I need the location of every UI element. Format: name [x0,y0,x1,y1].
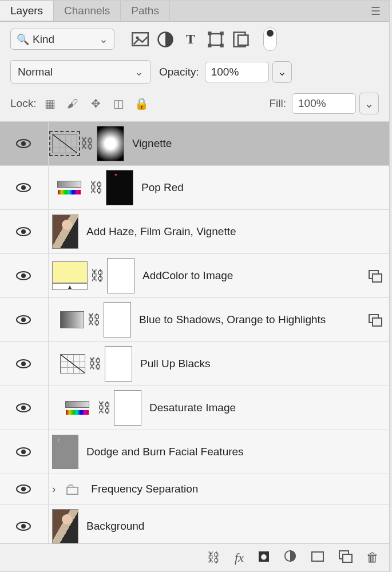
layer-mask-thumb[interactable] [105,346,132,382]
layer-group-row[interactable]: › 🗀 Frequency Separation [0,474,389,505]
layer-name[interactable]: Pull Up Blacks [140,357,381,370]
link-icon[interactable]: ⛓ [89,180,104,196]
layer-row[interactable]: ⛓ Blue to Shadows, Orange to Highlights [0,298,389,342]
layer-thumb[interactable] [52,214,78,249]
blend-mode-select[interactable]: Normal ⌄ [10,60,151,84]
layer-row[interactable]: ⛓ ▾ Pop Red [0,166,389,210]
fill-label: Fill: [269,97,286,110]
fill-dropdown[interactable]: ⌄ [359,93,379,114]
layer-name[interactable]: Dodge and Burn Facial Features [86,446,381,458]
fx-icon[interactable]: fx [235,550,244,565]
adjustment-thumb-solidcolor[interactable] [52,261,88,290]
layer-row[interactable]: ⛓ AddColor to Image [0,254,389,298]
visibility-eye-icon[interactable] [15,138,33,149]
visibility-eye-icon[interactable] [15,270,33,281]
layers-list: ⛓ Vignette ⛓ ▾ Pop Red Add Haze, Film Gr… [0,121,389,543]
filter-kind-select[interactable]: 🔍 Kind ⌄ [10,29,114,50]
layer-thumb[interactable] [52,509,78,543]
svg-point-21 [21,362,26,366]
svg-point-27 [21,487,26,491]
adjustment-thumb-hue[interactable] [60,391,94,425]
filter-type-icon[interactable]: T [182,32,199,47]
expand-chevron-icon[interactable]: › [52,483,56,495]
layer-name[interactable]: Blue to Shadows, Orange to Highlights [139,313,369,326]
visibility-eye-icon[interactable] [15,446,33,458]
layer-mask-thumb[interactable] [104,302,131,337]
filter-adjustment-icon[interactable] [157,32,174,47]
svg-point-13 [21,185,26,190]
lock-paint-icon[interactable]: 🖌 [65,97,81,110]
new-group-icon[interactable] [311,550,324,565]
link-icon[interactable]: ⛓ [90,268,105,284]
fill-input[interactable]: 100% [292,93,356,114]
search-icon: 🔍 [17,33,29,46]
adjustment-thumb-hue[interactable] [52,170,86,205]
layer-name[interactable]: Add Haze, Film Grain, Vignette [86,225,381,238]
layer-mask-thumb[interactable]: ▾ [106,170,133,205]
link-icon[interactable]: ⛓ [88,356,102,372]
svg-rect-7 [220,43,224,47]
visibility-eye-icon[interactable] [15,358,33,370]
fill-value: 100% [298,97,326,110]
svg-point-11 [21,141,26,146]
new-adjustment-icon[interactable] [284,550,296,566]
visibility-eye-icon[interactable] [15,314,33,325]
filter-pixel-icon[interactable] [132,32,149,47]
link-icon[interactable]: ⛓ [80,136,94,152]
visibility-eye-icon[interactable] [15,226,33,237]
layer-mask-thumb[interactable] [114,390,141,426]
add-mask-icon[interactable]: ● [259,550,269,565]
lock-transparency-icon[interactable]: ▦ [42,97,58,110]
panel-menu-icon[interactable]: ☰ [363,5,389,18]
link-layers-icon[interactable]: ⛓ [207,550,220,565]
layer-row[interactable]: Add Haze, Film Grain, Vignette [0,210,389,254]
layer-row[interactable]: ⛓ Vignette [0,122,389,166]
svg-point-19 [21,317,26,322]
filter-smartobject-icon[interactable] [232,32,250,47]
link-icon[interactable]: ⛓ [97,400,112,416]
svg-point-23 [21,406,26,410]
layer-mask-thumb[interactable] [107,258,134,293]
visibility-eye-icon[interactable] [15,521,33,532]
adjustment-thumb-curves[interactable] [52,134,77,153]
tab-channels[interactable]: Channels [54,1,121,21]
layer-row[interactable]: ⛓ Pull Up Blacks [0,342,389,386]
folder-icon: 🗀 [62,480,83,498]
layer-row[interactable]: Background [0,505,389,543]
lock-position-icon[interactable]: ✥ [88,97,104,110]
layer-name[interactable]: Desaturate Image [149,402,381,414]
opacity-dropdown[interactable]: ⌄ [272,61,292,83]
adjustment-thumb-curves[interactable] [60,354,85,374]
filter-shape-icon[interactable] [207,32,224,47]
lock-row: Lock: ▦ 🖌 ✥ ◫ 🔒 Fill: 100% ⌄ [0,88,389,121]
layer-name[interactable]: Vignette [132,137,381,150]
layer-name[interactable]: Background [86,520,381,533]
clipping-indicator-icon [369,314,381,325]
layer-name[interactable]: AddColor to Image [142,269,369,282]
new-layer-icon[interactable] [339,550,351,565]
opacity-label: Opacity: [159,66,199,78]
visibility-eye-icon[interactable] [15,182,33,193]
layer-name[interactable]: Frequency Separation [91,483,381,495]
layer-name[interactable]: Pop Red [141,181,381,194]
tab-paths[interactable]: Paths [121,1,170,21]
opacity-input[interactable]: 100% [205,62,269,82]
filter-row: 🔍 Kind ⌄ T [0,22,389,57]
visibility-eye-icon[interactable] [15,483,33,495]
adjustment-thumb-gradientmap[interactable] [60,311,84,328]
svg-rect-4 [208,31,211,35]
layer-row[interactable]: ⛓ Desaturate Image [0,386,389,430]
lock-all-icon[interactable]: 🔒 [133,97,149,110]
filter-toggle[interactable] [263,27,277,51]
visibility-eye-icon[interactable] [15,402,33,414]
lock-artboard-icon[interactable]: ◫ [110,97,126,110]
layer-row[interactable]: ⸢ Dodge and Burn Facial Features [0,430,389,474]
layer-thumb[interactable]: ⸢ [52,435,78,469]
blend-mode-value: Normal [18,66,53,78]
trash-icon[interactable]: 🗑 [366,550,379,565]
layer-mask-thumb[interactable] [97,126,124,161]
svg-rect-9 [238,35,248,45]
link-icon[interactable]: ⛓ [86,312,101,328]
tab-layers[interactable]: Layers [0,1,54,21]
chevron-down-icon: ⌄ [99,33,108,46]
